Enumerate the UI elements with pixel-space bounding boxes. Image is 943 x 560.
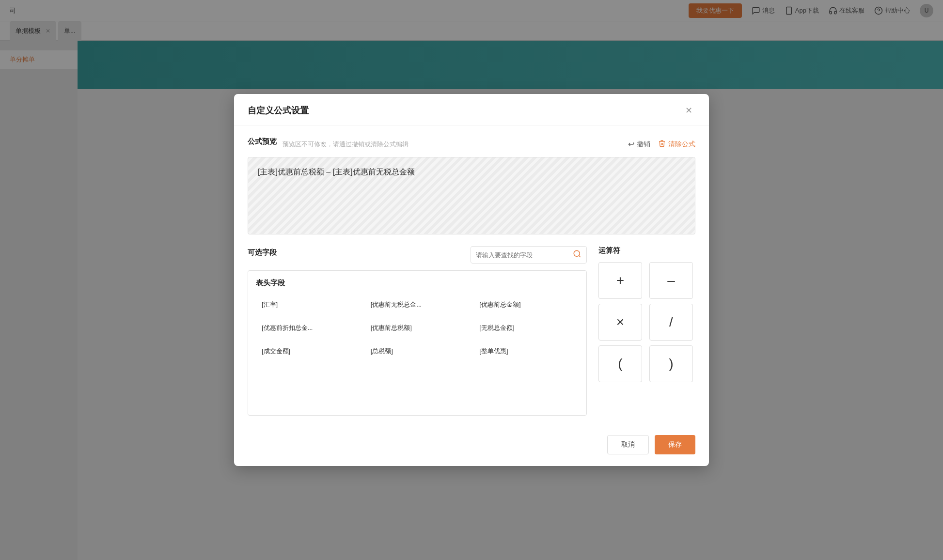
clear-formula-button[interactable]: 清除公式	[658, 140, 695, 149]
search-icon	[573, 249, 582, 260]
formula-preview-box: [主表]优惠前总税额 – [主表]优惠前无税总金额	[248, 157, 695, 234]
svg-line-5	[579, 255, 580, 257]
formula-header-left: 公式预览 预览区不可修改，请通过撤销或清除公式编辑	[248, 137, 409, 151]
save-button[interactable]: 保存	[655, 435, 695, 454]
field-item[interactable]: [无税总金额]	[473, 319, 579, 337]
operator-multiply[interactable]: ×	[598, 304, 642, 341]
operator-plus[interactable]: +	[598, 262, 642, 299]
modal-title: 自定义公式设置	[248, 105, 309, 116]
field-item[interactable]: [整单优惠]	[473, 342, 579, 360]
operators-section: 运算符 + – × / ( )	[598, 246, 695, 416]
undo-icon: ↩	[628, 140, 634, 149]
search-input[interactable]	[476, 251, 569, 259]
field-item[interactable]: [优惠前总税额]	[365, 319, 470, 337]
modal-body: 公式预览 预览区不可修改，请通过撤销或清除公式编辑 ↩ 撤销 清除公式 [主表]…	[234, 125, 709, 427]
modal-header: 自定义公式设置 ✕	[234, 94, 709, 125]
bottom-section: 可选字段 表头字段 [汇率] [优惠前无税总金... [优	[248, 246, 695, 416]
field-item[interactable]: [优惠前总金额]	[473, 296, 579, 314]
modal-close-button[interactable]: ✕	[682, 104, 695, 117]
operator-minus[interactable]: –	[649, 262, 693, 299]
fields-list-box: 表头字段 [汇率] [优惠前无税总金... [优惠前总金额] [优惠前折扣总金.…	[248, 270, 587, 416]
search-box[interactable]	[471, 246, 587, 264]
field-item[interactable]: [优惠前折扣总金...	[256, 319, 361, 337]
field-item[interactable]: [优惠前无税总金...	[365, 296, 470, 314]
formula-modal: 自定义公式设置 ✕ 公式预览 预览区不可修改，请通过撤销或清除公式编辑 ↩ 撤销…	[234, 94, 709, 466]
fields-scroll: [汇率] [优惠前无税总金... [优惠前总金额] [优惠前折扣总金... [优…	[256, 296, 579, 360]
fields-header: 可选字段	[248, 246, 587, 264]
operator-divide[interactable]: /	[649, 304, 693, 341]
operator-left-paren[interactable]: (	[598, 345, 642, 382]
fields-category: 表头字段	[256, 279, 579, 288]
formula-preview-label: 公式预览	[248, 137, 277, 146]
field-item[interactable]: [成交金额]	[256, 342, 361, 360]
fields-label: 可选字段	[248, 248, 277, 257]
undo-button[interactable]: ↩ 撤销	[628, 140, 650, 149]
clear-icon	[658, 140, 666, 149]
svg-point-4	[574, 250, 580, 256]
operators-grid: + – × / ( )	[598, 262, 695, 382]
formula-text: [主表]优惠前总税额 – [主表]优惠前无税总金额	[258, 167, 685, 177]
operators-title: 运算符	[598, 246, 695, 255]
modal-footer: 取消 保存	[234, 427, 709, 466]
field-item[interactable]: [汇率]	[256, 296, 361, 314]
cancel-button[interactable]: 取消	[607, 435, 649, 454]
fields-section: 可选字段 表头字段 [汇率] [优惠前无税总金... [优	[248, 246, 587, 416]
operator-right-paren[interactable]: )	[649, 345, 693, 382]
field-item[interactable]: [总税额]	[365, 342, 470, 360]
formula-actions: ↩ 撤销 清除公式	[628, 140, 695, 149]
formula-preview-header: 公式预览 预览区不可修改，请通过撤销或清除公式编辑 ↩ 撤销 清除公式	[248, 137, 695, 151]
fields-grid: [汇率] [优惠前无税总金... [优惠前总金额] [优惠前折扣总金... [优…	[256, 296, 579, 360]
formula-hint: 预览区不可修改，请通过撤销或清除公式编辑	[283, 140, 409, 149]
